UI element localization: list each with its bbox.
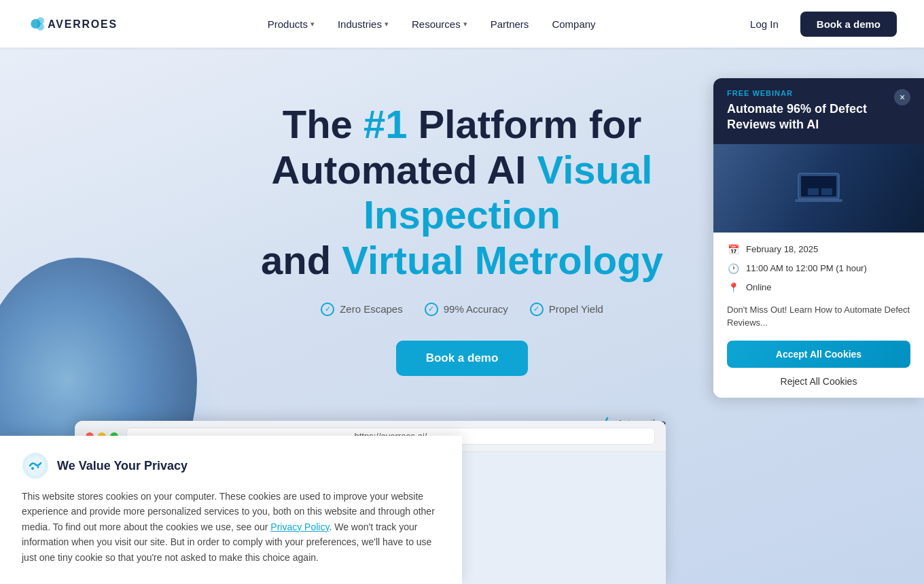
login-button[interactable]: Log In bbox=[739, 13, 789, 35]
nav-links: Products ▾ Industries ▾ Resources ▾ Part… bbox=[258, 13, 605, 35]
webinar-tag: FREE WEBINAR bbox=[727, 89, 889, 97]
check-icon-3: ✓ bbox=[530, 303, 544, 316]
nav-actions: Log In Book a demo bbox=[739, 12, 897, 37]
laptop-icon bbox=[792, 168, 846, 209]
chevron-down-icon: ▾ bbox=[385, 20, 389, 29]
demo-button-nav[interactable]: Book a demo bbox=[800, 12, 897, 37]
navigation: AVERROES Products ▾ Industries ▾ Resourc… bbox=[0, 0, 924, 48]
cookie-icon bbox=[22, 452, 49, 479]
nav-industries[interactable]: Industries ▾ bbox=[328, 13, 398, 35]
hero-check-2: ✓ 99% Accuracy bbox=[425, 303, 508, 316]
close-button[interactable]: × bbox=[894, 89, 910, 105]
hero-title: The #1 Platform for Automated AI Visual … bbox=[183, 102, 741, 284]
hero-title-line2: Automated AI Visual Inspection bbox=[272, 148, 653, 237]
logo[interactable]: AVERROES bbox=[27, 13, 124, 35]
webinar-title: Automate 96% of Defect Reviews with AI bbox=[727, 101, 889, 133]
clock-icon: 🕐 bbox=[727, 262, 739, 275]
webinar-thumb-inner bbox=[713, 144, 924, 233]
cookie-header: We Value Your Privacy bbox=[22, 452, 440, 479]
svg-point-6 bbox=[31, 467, 34, 470]
webinar-location: 📍 Online bbox=[727, 281, 910, 294]
svg-point-7 bbox=[37, 466, 39, 468]
cookie-title: We Value Your Privacy bbox=[57, 459, 188, 473]
cookie-body: This website stores cookies on your comp… bbox=[22, 489, 440, 565]
hero-check-1: ✓ Zero Escapes bbox=[321, 303, 403, 316]
webinar-panel: FREE WEBINAR Automate 96% of Defect Revi… bbox=[713, 78, 924, 398]
location-icon: 📍 bbox=[727, 281, 739, 294]
nav-products[interactable]: Products ▾ bbox=[258, 13, 324, 35]
check-icon-2: ✓ bbox=[425, 303, 438, 316]
chevron-down-icon: ▾ bbox=[310, 20, 315, 29]
cookie-banner: We Value Your Privacy This website store… bbox=[0, 436, 462, 584]
svg-rect-12 bbox=[821, 188, 832, 195]
webinar-description: Don't Miss Out! Learn How to Automate De… bbox=[727, 303, 910, 330]
webinar-date: 📅 February 18, 2025 bbox=[727, 243, 910, 256]
nav-resources[interactable]: Resources ▾ bbox=[402, 13, 477, 35]
svg-point-2 bbox=[37, 23, 44, 31]
nav-partners[interactable]: Partners bbox=[481, 13, 539, 35]
accept-cookies-button[interactable]: Accept All Cookies bbox=[727, 341, 910, 368]
webinar-header: FREE WEBINAR Automate 96% of Defect Revi… bbox=[713, 78, 924, 144]
calendar-icon: 📅 bbox=[727, 243, 739, 256]
webinar-meta: 📅 February 18, 2025 🕐 11:00 AM to 12:00 … bbox=[727, 243, 910, 294]
check-icon-1: ✓ bbox=[321, 303, 334, 316]
svg-rect-10 bbox=[795, 199, 842, 202]
nav-company[interactable]: Company bbox=[542, 13, 605, 35]
hero-title-line3: and Virtual Metrology bbox=[261, 238, 663, 282]
chevron-down-icon: ▾ bbox=[463, 20, 467, 29]
hero-check-3: ✓ Propel Yield bbox=[530, 303, 603, 316]
privacy-policy-link[interactable]: Privacy Policy bbox=[270, 521, 329, 532]
svg-text:AVERROES: AVERROES bbox=[48, 18, 118, 30]
demo-button-hero[interactable]: Book a demo bbox=[396, 341, 529, 376]
svg-rect-11 bbox=[808, 188, 819, 195]
svg-point-5 bbox=[26, 456, 45, 475]
webinar-info: 📅 February 18, 2025 🕐 11:00 AM to 12:00 … bbox=[713, 233, 924, 341]
reject-cookies-button[interactable]: Reject All Cookies bbox=[727, 376, 910, 387]
hero-title-line1: The #1 Platform for bbox=[283, 102, 642, 146]
webinar-thumbnail bbox=[713, 144, 924, 233]
hero-features: ✓ Zero Escapes ✓ 99% Accuracy ✓ Propel Y… bbox=[321, 303, 603, 316]
webinar-header-text: FREE WEBINAR Automate 96% of Defect Revi… bbox=[727, 89, 889, 133]
webinar-time: 🕐 11:00 AM to 12:00 PM (1 hour) bbox=[727, 262, 910, 275]
